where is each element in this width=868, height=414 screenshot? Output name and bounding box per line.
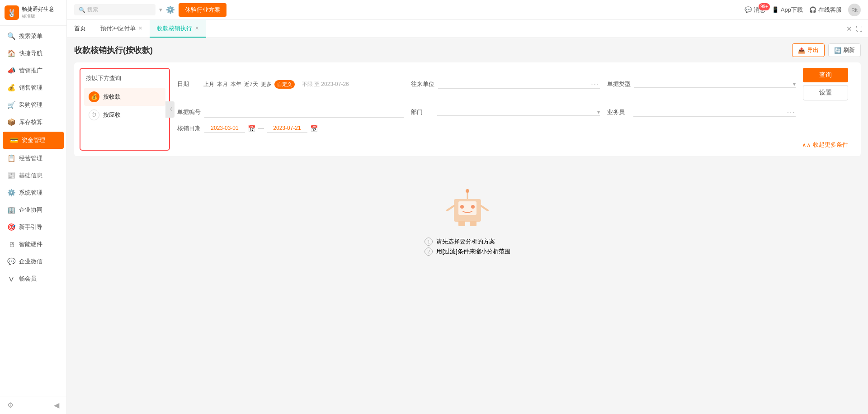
query-button[interactable]: 查询 [803,68,848,82]
header-gear-button[interactable]: ⚙️ [166,5,175,14]
sidebar-menu: 🔍搜索菜单🏠快捷导航📣营销推广💰销售管理🛒采购管理📦库存核算💳资金管理📋经营管理… [0,26,66,396]
svg-point-2 [460,205,464,209]
filter-collapse-button[interactable]: 《 [165,101,175,118]
sidebar-item-search-menu[interactable]: 🔍搜索菜单 [0,28,66,45]
filter-option-by-receipt[interactable]: 💰 按收款 [84,88,165,106]
collapse-more-label: 收起更多条件 [813,141,848,149]
settings-bottom-icon[interactable]: ⚙ [7,401,14,409]
user-avatar[interactable]: Rit [848,4,861,16]
sidebar-item-member[interactable]: V畅会员 [0,270,66,287]
step-1-text: 请先选择要分析的方案 [436,238,495,246]
sidebar-label-finance: 资金管理 [22,136,45,144]
logo-icon: 🐰 [5,5,19,20]
message-button[interactable]: 💬 消息 99+ [745,6,765,14]
by-receipt-icon: 💰 [89,91,99,102]
sidebar-item-guide[interactable]: 🎯新手引导 [0,219,66,236]
verify-date-start-input[interactable] [204,124,245,133]
sidebar-item-inventory[interactable]: 📦库存核算 [0,114,66,131]
header-search-area: 🔍 搜索 ▾ ⚙️ 休验行业方案 [74,3,730,17]
verify-date-separator: — [258,125,264,132]
sidebar-item-finance[interactable]: 💳资金管理 [3,132,64,149]
filter-row-3: 核销日期 📅 — 📅 [177,124,848,133]
tab-prepay-close[interactable]: ✕ [138,26,142,31]
date-this-year[interactable]: 本年 [231,81,241,88]
tab-bar: 首页 预付冲应付单 ✕ 收款核销执行 ✕ ✕ ⛶ [67,20,868,38]
top-header: 🔍 搜索 ▾ ⚙️ 休验行业方案 💬 消息 99+ 📱 App下载 🎧 在线客服 [67,0,868,20]
sidebar-item-purchase[interactable]: 🛒采购管理 [0,96,66,114]
sidebar-icon-search-menu: 🔍 [7,32,15,40]
sidebar-label-basic-info: 基础信息 [19,171,42,180]
sidebar-label-marketing: 营销推广 [19,67,42,75]
sidebar-label-wechat: 企业微信 [19,257,42,266]
tab-close-all-icon[interactable]: ✕ [846,25,852,33]
step-2-text: 用[过滤]条件来缩小分析范围 [436,247,510,256]
collapse-more-button[interactable]: ∧∧ 收起更多条件 [802,141,848,149]
header-search-box[interactable]: 🔍 搜索 [74,4,156,15]
sidebar-icon-marketing: 📣 [7,67,15,75]
verify-date-end-input[interactable] [267,124,307,133]
logo-text: 畅捷通好生意 [22,6,54,13]
message-icon: 💬 [745,6,752,13]
solution-button[interactable]: 休验行业方案 [179,3,226,17]
staff-more-btn[interactable]: ··· [787,108,796,116]
sidebar-item-system[interactable]: ⚙️系统管理 [0,184,66,201]
page-title: 收款核销执行(按收款) [74,45,153,56]
svg-line-6 [447,206,454,210]
bill-type-arrow-icon: ▾ [793,81,796,87]
sidebar-label-purchase: 采购管理 [19,101,42,109]
search-placeholder: 搜索 [87,6,98,14]
app-label: App下载 [781,6,803,14]
tab-receivable-close[interactable]: ✕ [195,26,199,31]
empty-icon [445,183,490,228]
filter-option-by-receivable[interactable]: ⏱ 按应收 [84,106,165,124]
online-service-button[interactable]: 🎧 在线客服 [809,6,842,14]
verify-date-field: 核销日期 📅 — 📅 [177,124,404,133]
date-more[interactable]: 更多 [261,81,272,88]
sidebar-item-operations[interactable]: 📋经营管理 [0,150,66,167]
collapse-sidebar-icon[interactable]: ◀ [54,401,59,409]
user-name: Rit [851,7,857,13]
date-this-month[interactable]: 本月 [217,81,228,88]
tab-receivable[interactable]: 收款核销执行 ✕ [150,20,206,38]
sidebar-item-hardware[interactable]: 🖥智能硬件 [0,236,66,253]
sidebar-item-basic-info[interactable]: 📰基础信息 [0,167,66,184]
date-7days[interactable]: 近7天 [244,81,258,88]
settings-button[interactable]: 设置 [803,85,848,100]
tab-home[interactable]: 首页 [67,20,93,38]
sidebar-icon-enterprise: 🏢 [7,206,15,214]
bill-no-input[interactable] [204,107,404,118]
search-dropdown-icon[interactable]: ▾ [159,6,162,13]
dept-select[interactable]: ▾ [437,109,600,116]
search-icon: 🔍 [79,7,85,13]
sidebar-item-marketing[interactable]: 📣营销推广 [0,62,66,79]
collapse-more-row: ∧∧ 收起更多条件 [177,139,848,151]
verify-date-label: 核销日期 [177,124,201,133]
sidebar-icon-quick-nav: 🏠 [7,49,15,57]
sidebar-icon-operations: 📋 [7,154,15,162]
verify-date-start-cal-icon[interactable]: 📅 [248,125,255,132]
tab-prepay[interactable]: 预付冲应付单 ✕ [93,20,150,38]
date-field: 日期 上月 本月 本年 近7天 更多 自定义 不限 至 2023-07-26 [177,80,404,89]
sidebar-item-quick-nav[interactable]: 🏠快捷导航 [0,45,66,62]
date-custom[interactable]: 自定义 [274,80,295,89]
sidebar-item-sales[interactable]: 💰销售管理 [0,79,66,96]
refresh-icon: 🔄 [834,47,841,54]
sidebar-label-system: 系统管理 [19,189,42,197]
main-area: 🔍 搜索 ▾ ⚙️ 休验行业方案 💬 消息 99+ 📱 App下载 🎧 在线客服 [67,0,868,414]
svg-rect-8 [458,221,465,226]
partner-more-btn[interactable]: ··· [591,80,599,88]
sidebar-item-wechat[interactable]: 💬企业微信 [0,253,66,270]
empty-illustration [445,183,490,228]
bill-type-select[interactable]: ▾ [634,81,796,88]
dept-arrow-icon: ▾ [597,109,600,115]
export-button[interactable]: 📤 导出 [792,43,825,57]
filter-left-title: 按以下方查询 [84,74,165,82]
verify-date-end-cal-icon[interactable]: 📅 [310,125,318,132]
sidebar-icon-basic-info: 📰 [7,171,15,180]
sidebar-icon-member: V [7,275,15,283]
tab-maximize-icon[interactable]: ⛶ [856,25,863,33]
sidebar-item-enterprise[interactable]: 🏢企业协同 [0,201,66,219]
app-download-button[interactable]: 📱 App下载 [772,6,803,14]
date-last-month[interactable]: 上月 [203,81,214,88]
refresh-button[interactable]: 🔄 刷新 [828,43,861,57]
